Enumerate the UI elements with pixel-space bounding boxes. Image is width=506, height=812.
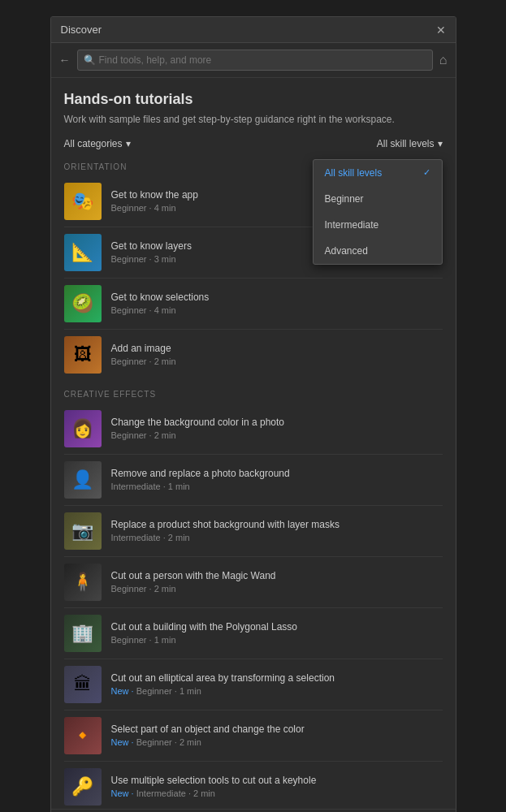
list-item[interactable]: 🔸Select part of an object and change the… <box>64 710 443 762</box>
thumbnail-icon: 📐 <box>64 234 102 271</box>
tutorial-thumbnail: 🎭 <box>64 183 102 220</box>
category-label: All categories <box>64 138 123 149</box>
list-item[interactable]: 🏢Cut out a building with the Polygonal L… <box>64 608 443 659</box>
new-badge: New · <box>111 788 136 798</box>
tutorial-info: Select part of an object and change the … <box>111 723 443 747</box>
tutorial-title: Change the background color in a photo <box>111 417 443 428</box>
skill-filter-container: All skill levels ▾ All skill levels ✓ Be… <box>377 138 443 149</box>
list-item[interactable]: 👩Change the background color in a photoB… <box>64 404 443 455</box>
tutorial-meta: Beginner · 2 min <box>111 430 443 440</box>
list-item[interactable]: 🥝Get to know selectionsBeginner · 4 min <box>64 279 443 330</box>
thumbnail-icon: 👤 <box>64 461 102 499</box>
page-subtitle: Work with sample files and get step-by-s… <box>64 113 443 127</box>
tutorial-thumbnail: 🏛 <box>64 666 102 703</box>
tutorial-thumbnail: 🔸 <box>64 717 102 754</box>
tutorial-thumbnail: 🥝 <box>64 285 102 322</box>
tutorial-thumbnail: 👤 <box>64 461 102 499</box>
tutorial-title: Cut out a person with the Magic Wand <box>111 570 443 581</box>
tutorial-title: Select part of an object and change the … <box>111 723 443 735</box>
tutorial-title: Cut out a building with the Polygonal La… <box>111 621 443 633</box>
skill-option-advanced-label: Advanced <box>325 245 368 257</box>
skill-label: All skill levels <box>377 138 435 149</box>
thumbnail-icon: 🧍 <box>64 564 102 601</box>
tutorial-info: Add an imageBeginner · 2 min <box>111 343 443 366</box>
skill-check-all: ✓ <box>423 167 430 178</box>
tutorial-list-1: 👩Change the background color in a photoB… <box>64 404 443 809</box>
skill-option-intermediate-label: Intermediate <box>325 219 379 231</box>
thumbnail-icon: 📷 <box>64 512 102 550</box>
tutorial-thumbnail: 📷 <box>64 512 102 550</box>
title-bar: Discover ✕ <box>51 17 456 43</box>
back-button[interactable]: ← <box>59 54 71 67</box>
new-badge: New · <box>111 737 136 747</box>
tutorial-info: Cut out a building with the Polygonal La… <box>111 621 443 645</box>
thumbnail-icon: 🖼 <box>64 336 102 374</box>
tutorial-meta: Beginner · 2 min <box>111 356 443 366</box>
skill-option-advanced[interactable]: Advanced <box>314 238 442 264</box>
skill-option-beginner[interactable]: Beginner <box>314 186 442 212</box>
thumbnail-icon: 👩 <box>64 410 102 447</box>
tutorial-thumbnail: 🖼 <box>64 336 102 374</box>
tutorial-title: Get to know selections <box>111 292 443 303</box>
skill-option-all[interactable]: All skill levels ✓ <box>314 160 442 186</box>
tutorial-info: Get to know selectionsBeginner · 4 min <box>111 292 443 315</box>
tutorial-info: Replace a product shot background with l… <box>111 519 443 542</box>
list-item[interactable]: 🔑Use multiple selection tools to cut out… <box>64 762 443 809</box>
tutorial-thumbnail: 🔑 <box>64 768 102 806</box>
tutorial-meta: Beginner · 4 min <box>111 305 443 315</box>
tutorial-meta: New · Beginner · 1 min <box>111 686 443 696</box>
tutorial-info: Remove and replace a photo backgroundInt… <box>111 468 443 491</box>
tutorial-title: Cut out an elliptical area by transformi… <box>111 672 443 684</box>
list-item[interactable]: 👤Remove and replace a photo backgroundIn… <box>64 455 443 506</box>
tutorial-meta: Beginner · 1 min <box>111 635 443 645</box>
search-icon: 🔍 <box>84 54 96 66</box>
filter-row: All categories ▾ All skill levels ▾ All … <box>64 138 443 149</box>
section-label-1: CREATIVE EFFECTS <box>64 390 443 399</box>
tutorial-title: Replace a product shot background with l… <box>111 519 443 530</box>
footer-bar: ⚙ <box>51 809 456 812</box>
skill-option-beginner-label: Beginner <box>325 193 364 205</box>
list-item[interactable]: 🧍Cut out a person with the Magic WandBeg… <box>64 557 443 608</box>
discover-window: Discover ✕ ← 🔍 ⌂ Hands-on tutorials Work… <box>50 16 456 812</box>
tutorial-info: Change the background color in a photoBe… <box>111 417 443 440</box>
list-item[interactable]: 🏛Cut out an elliptical area by transform… <box>64 659 443 710</box>
thumbnail-icon: 🔑 <box>64 768 102 806</box>
home-button[interactable]: ⌂ <box>439 53 448 67</box>
main-content: Hands-on tutorials Work with sample file… <box>51 78 456 809</box>
category-filter[interactable]: All categories ▾ <box>64 138 131 149</box>
tutorial-thumbnail: 🧍 <box>64 564 102 601</box>
tutorial-info: Cut out an elliptical area by transformi… <box>111 672 443 696</box>
skill-filter[interactable]: All skill levels ▾ <box>377 138 443 149</box>
new-badge: New · <box>111 686 136 696</box>
close-button[interactable]: ✕ <box>436 24 446 36</box>
tutorial-title: Remove and replace a photo background <box>111 468 443 479</box>
skill-option-all-label: All skill levels <box>325 167 383 179</box>
tutorial-meta: New · Beginner · 2 min <box>111 737 443 747</box>
tutorial-meta: New · Intermediate · 2 min <box>111 788 443 798</box>
search-wrapper: 🔍 <box>77 50 433 71</box>
thumbnail-icon: 🏛 <box>64 666 102 703</box>
section-1: CREATIVE EFFECTS👩Change the background c… <box>64 390 443 809</box>
thumbnail-icon: 🔸 <box>64 717 102 754</box>
toolbar: ← 🔍 ⌂ <box>51 43 456 78</box>
list-item[interactable]: 📷Replace a product shot background with … <box>64 506 443 557</box>
tutorial-title: Use multiple selection tools to cut out … <box>111 775 443 786</box>
search-input[interactable] <box>77 50 433 71</box>
skill-option-intermediate[interactable]: Intermediate <box>314 212 442 238</box>
thumbnail-icon: 🏢 <box>64 615 102 652</box>
skill-arrow: ▾ <box>438 138 443 149</box>
tutorial-thumbnail: 📐 <box>64 234 102 271</box>
tutorial-meta: Intermediate · 1 min <box>111 482 443 491</box>
tutorial-meta: Intermediate · 2 min <box>111 533 443 542</box>
tutorial-thumbnail: 🏢 <box>64 615 102 652</box>
thumbnail-icon: 🎭 <box>64 183 102 220</box>
tutorial-meta: Beginner · 2 min <box>111 584 443 594</box>
page-title: Hands-on tutorials <box>64 91 443 108</box>
window-title: Discover <box>61 24 102 36</box>
tutorial-title: Add an image <box>111 343 443 354</box>
category-arrow: ▾ <box>126 138 131 149</box>
list-item[interactable]: 🖼Add an imageBeginner · 2 min <box>64 330 443 380</box>
thumbnail-icon: 🥝 <box>64 285 102 322</box>
tutorial-info: Cut out a person with the Magic WandBegi… <box>111 570 443 594</box>
tutorial-info: Use multiple selection tools to cut out … <box>111 775 443 798</box>
